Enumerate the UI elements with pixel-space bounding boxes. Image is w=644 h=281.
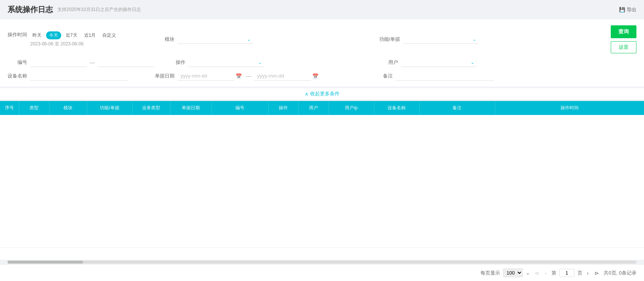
col-user-ip: 用户ip xyxy=(329,101,374,115)
doc-date-section: 单据日期 📅 — 📅 xyxy=(155,71,373,81)
first-page-button[interactable]: ⊲ xyxy=(533,269,541,277)
last-page-button[interactable]: ⊳ xyxy=(593,269,601,277)
scrollbar-area[interactable] xyxy=(0,260,644,264)
function-section: 功能/单据 ⌄ xyxy=(379,35,604,44)
col-operation: 操作 xyxy=(268,101,298,115)
btn-group: 查询 设置 xyxy=(611,25,636,53)
page-size-chevron-icon: ⌄ xyxy=(526,270,530,276)
operation-label: 操作 xyxy=(166,59,188,66)
page-subtitle: 支持2020年10月31日之后产生的操作日志 xyxy=(57,6,141,13)
calendar-icon-start[interactable]: 📅 xyxy=(236,73,242,79)
module-select[interactable] xyxy=(178,35,253,44)
number-input-end[interactable] xyxy=(98,58,154,67)
collapse-button[interactable]: ∧ 收起更多条件 xyxy=(305,90,340,97)
date-btn-1month[interactable]: 近1月 xyxy=(82,31,98,39)
date-filter-group: 昨天 今天 近7天 近1月 自定义 2023-06-06 至 2023-06-0… xyxy=(30,31,118,47)
operation-select-wrapper: ⌄ xyxy=(188,58,264,67)
data-table: 序号 类型 模块 功能/单据 业务类型 单据日期 编号 操作 用户 用户ip 设… xyxy=(0,101,644,248)
page-unit: 页 xyxy=(578,270,582,276)
user-label: 用户 xyxy=(378,59,401,66)
operation-section: 操作 ⌄ xyxy=(166,58,378,67)
scrollbar-thumb[interactable] xyxy=(8,261,83,264)
function-label: 功能/单据 xyxy=(379,36,403,43)
date-btn-today[interactable]: 今天 xyxy=(46,31,61,39)
next-page-button[interactable]: › xyxy=(585,269,590,277)
page-label: 第 xyxy=(551,270,556,276)
table-container: 序号 类型 模块 功能/单据 业务类型 单据日期 编号 操作 用户 用户ip 设… xyxy=(0,101,644,260)
empty-row xyxy=(0,115,644,247)
date-btn-custom[interactable]: 自定义 xyxy=(100,31,118,39)
page-number-input[interactable] xyxy=(559,269,575,277)
col-biz-type: 业务类型 xyxy=(132,101,170,115)
date-btn-7days[interactable]: 近7天 xyxy=(63,31,80,39)
col-seq: 序号 xyxy=(0,101,19,115)
page-container: 系统操作日志 支持2020年10月31日之后产生的操作日志 💾 导出 操作时间 … xyxy=(0,0,644,281)
filter-row-1: 操作时间 昨天 今天 近7天 近1月 自定义 2023-06-06 至 2023… xyxy=(8,25,636,53)
table-header-row: 序号 类型 模块 功能/单据 业务类型 单据日期 编号 操作 用户 用户ip 设… xyxy=(0,101,644,115)
device-input[interactable] xyxy=(30,71,128,81)
doc-date-start[interactable] xyxy=(178,71,234,81)
col-user: 用户 xyxy=(298,101,329,115)
col-function: 功能/单据 xyxy=(87,101,132,115)
col-number: 编号 xyxy=(212,101,268,115)
doc-date-dash: — xyxy=(246,73,251,79)
operation-time-section: 操作时间 昨天 今天 近7天 近1月 自定义 2023-06-06 至 2023… xyxy=(8,31,144,47)
doc-date-label: 单据日期 xyxy=(155,73,178,79)
module-select-wrapper: ⌄ xyxy=(178,35,253,44)
action-buttons: 查询 设置 xyxy=(611,25,636,53)
device-section: 设备名称 xyxy=(8,71,144,81)
page-header: 系统操作日志 支持2020年10月31日之后产生的操作日志 💾 导出 xyxy=(0,0,644,19)
col-type: 类型 xyxy=(19,101,49,115)
col-device: 设备名称 xyxy=(374,101,419,115)
filter-area: 操作时间 昨天 今天 近7天 近1月 自定义 2023-06-06 至 2023… xyxy=(0,19,644,87)
device-label: 设备名称 xyxy=(8,73,30,79)
page-size-select[interactable]: 100 10 20 50 xyxy=(503,269,523,277)
pagination-bar: 每页显示 100 10 20 50 ⌄ ⊲ ‹ 第 页 › ⊳ 共0页, 0条记… xyxy=(0,264,644,281)
calendar-icon-end[interactable]: 📅 xyxy=(312,73,318,79)
number-dash: — xyxy=(90,60,95,65)
collapse-label: 收起更多条件 xyxy=(310,90,340,97)
user-select[interactable] xyxy=(401,58,477,67)
filter-row-3: 设备名称 单据日期 📅 — 📅 备注 xyxy=(8,71,636,81)
prev-page-button[interactable]: ‹ xyxy=(544,269,548,277)
operation-select[interactable] xyxy=(188,58,264,67)
export-icon: 💾 xyxy=(619,7,625,12)
query-button[interactable]: 查询 xyxy=(611,25,636,38)
module-label: 模块 xyxy=(155,36,178,43)
number-label: 编号 xyxy=(8,59,30,66)
doc-date-end[interactable] xyxy=(254,71,311,81)
page-title: 系统操作日志 xyxy=(8,5,53,15)
date-buttons: 昨天 今天 近7天 近1月 自定义 xyxy=(30,31,118,39)
number-section: 编号 — xyxy=(8,58,154,67)
function-select-wrapper: ⌄ xyxy=(403,35,479,44)
export-button[interactable]: 💾 导出 xyxy=(619,6,636,13)
page-title-area: 系统操作日志 支持2020年10月31日之后产生的操作日志 xyxy=(8,5,141,15)
remark-label: 备注 xyxy=(373,73,396,79)
col-remark: 备注 xyxy=(419,101,495,115)
scrollbar-track xyxy=(8,261,636,264)
collapse-row: ∧ 收起更多条件 xyxy=(0,88,644,99)
number-input-start[interactable] xyxy=(30,58,87,67)
settings-button[interactable]: 设置 xyxy=(611,41,636,53)
date-range-text: 2023-06-06 至 2023-06-06 xyxy=(30,41,118,47)
col-doc-date: 单据日期 xyxy=(170,101,212,115)
total-text: 共0页, 0条记录 xyxy=(604,270,636,276)
function-select[interactable] xyxy=(403,35,479,44)
filter-row-2: 编号 — 操作 ⌄ 用户 xyxy=(8,58,636,67)
user-select-wrapper: ⌄ xyxy=(401,58,477,67)
user-section: 用户 ⌄ xyxy=(378,58,591,67)
date-btn-yesterday[interactable]: 昨天 xyxy=(30,31,44,39)
col-module: 模块 xyxy=(49,101,87,115)
module-section: 模块 ⌄ xyxy=(155,35,379,44)
empty-cell xyxy=(0,115,644,247)
remark-input[interactable] xyxy=(396,71,494,81)
collapse-icon: ∧ xyxy=(305,91,309,97)
operation-time-label: 操作时间 xyxy=(8,31,30,38)
remark-section: 备注 xyxy=(373,71,591,81)
table-body xyxy=(0,115,644,247)
col-op-time: 操作时间 xyxy=(495,101,644,115)
table-header: 序号 类型 模块 功能/单据 业务类型 单据日期 编号 操作 用户 用户ip 设… xyxy=(0,101,644,115)
page-size-label: 每页显示 xyxy=(480,270,500,276)
